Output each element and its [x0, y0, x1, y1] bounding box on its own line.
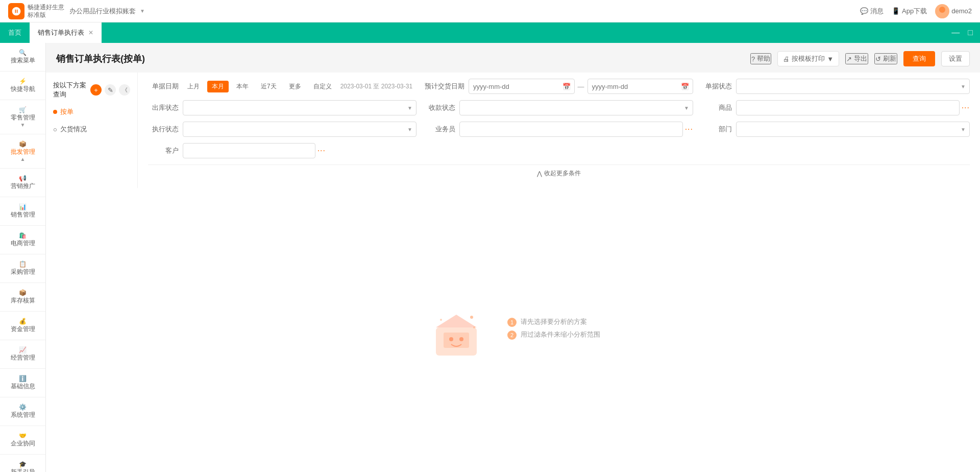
export-button[interactable]: ↗ 导出	[845, 53, 868, 64]
filter-group-exec-status: 执行状态	[148, 122, 416, 137]
sidebar-item-enterprise[interactable]: 🤝 企业协同	[0, 426, 45, 455]
goods-more-icon[interactable]: ···	[962, 103, 970, 112]
newbie-icon: 🎓	[19, 461, 27, 468]
sidebar-item-ecommerce[interactable]: 🛍️ 电商管理	[0, 226, 45, 254]
customer-input[interactable]	[183, 143, 315, 158]
help-button[interactable]: ? 帮助	[750, 53, 771, 64]
tab-maximize-icon[interactable]: □	[965, 26, 976, 39]
sidebar-item-inventory[interactable]: 📦 库存核算	[0, 283, 45, 312]
page-actions: ? 帮助 🖨 按模板打印 ▼ ↗ 导出 ↺ 刷新 查询 设置	[750, 51, 970, 66]
date-range-label: 2023-03-01 至 2023-03-31	[340, 82, 412, 91]
tab-close-icon[interactable]: ✕	[88, 29, 93, 36]
chip-this-month[interactable]: 本月	[207, 81, 229, 92]
sidebar-item-newbie[interactable]: 🎓 新手引导	[0, 455, 45, 472]
refresh-button[interactable]: ↺ 刷新	[874, 53, 897, 64]
sidebar-item-basic[interactable]: ℹ️ 基础信息	[0, 369, 45, 397]
sidebar-item-quick-nav[interactable]: ⚡ 快捷导航	[0, 72, 45, 100]
tab-sales-order[interactable]: 销售订单执行表 ✕	[30, 22, 102, 43]
dept-select[interactable]	[736, 122, 970, 137]
sales-icon: 📊	[19, 203, 27, 210]
date-to-input[interactable]	[587, 79, 694, 94]
chip-7-days[interactable]: 近7天	[256, 81, 281, 92]
chip-more[interactable]: 更多	[284, 81, 306, 92]
filter-layout: 按以下方案查询 + ✎ 《 按单 ○ 欠货情况	[46, 73, 980, 188]
collapse-bar[interactable]: ⋀ 收起更多条件	[148, 164, 970, 182]
refresh-icon: ↺	[875, 55, 881, 63]
filter-scheme-press[interactable]: 按单	[46, 103, 137, 121]
date-from-input[interactable]	[469, 79, 575, 94]
payment-status-select[interactable]	[459, 100, 693, 115]
print-button[interactable]: 🖨 按模板打印 ▼	[777, 51, 839, 66]
svg-point-6	[440, 319, 442, 321]
query-button[interactable]: 查询	[903, 51, 935, 66]
sidebar: 🔍 搜索菜单 ⚡ 快捷导航 🛒 零售管理 ▼ 📦 批发管理 ▲ 📢 营销推广 📊…	[0, 43, 46, 472]
message-button[interactable]: 💬 消息	[860, 7, 884, 16]
breadcrumb[interactable]: 办公用品行业模拟账套 ▼	[69, 7, 145, 16]
customer-more-icon[interactable]: ···	[317, 146, 326, 155]
wholesale-arrow-icon: ▲	[20, 156, 26, 162]
logo-text: 畅捷通好生意 标准版	[28, 4, 64, 18]
sidebar-item-search[interactable]: 🔍 搜索菜单	[0, 43, 45, 72]
exec-status-label: 执行状态	[148, 125, 179, 134]
doc-status-select-wrap	[736, 79, 970, 94]
dept-label: 部门	[701, 125, 732, 134]
svg-point-9	[459, 337, 463, 341]
exec-status-select[interactable]	[183, 122, 416, 137]
collapse-scheme-button[interactable]: 《	[119, 84, 130, 96]
date-chips: 上月 本月 本年 近7天 更多 自定义	[183, 81, 336, 92]
sidebar-item-sales[interactable]: 📊 销售管理	[0, 197, 45, 226]
tab-minimize-icon[interactable]: —	[948, 26, 963, 39]
sidebar-item-purchase[interactable]: 📋 采购管理	[0, 254, 45, 283]
user-menu[interactable]: demo2	[935, 4, 972, 18]
doc-status-select[interactable]	[736, 79, 970, 94]
sidebar-item-operations[interactable]: 📈 经营管理	[0, 340, 45, 369]
sidebar-item-marketing[interactable]: 📢 营销推广	[0, 169, 45, 197]
empty-illustration	[426, 299, 487, 361]
print-icon: 🖨	[783, 55, 790, 63]
filter-left-actions: + ✎ 《	[90, 84, 130, 96]
chip-last-month[interactable]: 上月	[183, 81, 204, 92]
salesperson-more-icon[interactable]: ···	[685, 125, 693, 134]
retail-arrow-icon: ▼	[20, 122, 26, 128]
empty-content: 1 请先选择要分析的方案 2 用过滤条件来缩小分析范围	[426, 299, 600, 361]
empty-hints: 1 请先选择要分析的方案 2 用过滤条件来缩小分析范围	[507, 317, 600, 343]
dept-select-wrap	[736, 122, 970, 137]
search-icon: 🔍	[19, 49, 27, 56]
active-dot	[53, 110, 57, 114]
sidebar-item-system[interactable]: ⚙️ 系统管理	[0, 397, 45, 426]
svg-point-8	[449, 337, 453, 341]
help-icon: ?	[751, 55, 755, 63]
edit-scheme-button[interactable]: ✎	[105, 84, 116, 96]
tab-home[interactable]: 首页	[0, 22, 30, 43]
filter-group-payment-status: 收款状态	[425, 100, 693, 115]
add-scheme-button[interactable]: +	[90, 84, 102, 96]
filter-group-goods: 商品 ···	[701, 100, 970, 115]
chip-custom[interactable]: 自定义	[309, 81, 336, 92]
goods-input[interactable]	[736, 100, 960, 115]
sidebar-item-wholesale[interactable]: 📦 批发管理 ▲	[0, 134, 45, 169]
search-panel: 按以下方案查询 + ✎ 《 按单 ○ 欠货情况	[46, 73, 980, 188]
sidebar-item-retail[interactable]: 🛒 零售管理 ▼	[0, 100, 45, 134]
filter-group-out-status: 出库状态	[148, 100, 416, 115]
filter-row-1: 单据日期 上月 本月 本年 近7天 更多 自定义 2023-03-01 至 20…	[148, 79, 970, 94]
exec-status-select-wrap	[183, 122, 416, 137]
sidebar-item-finance[interactable]: 💰 资金管理	[0, 312, 45, 340]
out-status-select[interactable]	[183, 100, 416, 115]
out-status-label: 出库状态	[148, 103, 179, 112]
filter-row-2: 出库状态 收款状态	[148, 100, 970, 115]
settings-button[interactable]: 设置	[941, 51, 970, 66]
retail-icon: 🛒	[19, 106, 27, 113]
top-bar-left: 畅捷通好生意 标准版 办公用品行业模拟账套 ▼	[8, 3, 145, 19]
filter-group-doc-status: 单据状态	[701, 79, 970, 94]
main-layout: 🔍 搜索菜单 ⚡ 快捷导航 🛒 零售管理 ▼ 📦 批发管理 ▲ 📢 营销推广 📊…	[0, 43, 980, 472]
filter-scheme-owe[interactable]: ○ 欠货情况	[46, 121, 137, 138]
owe-icon: ○	[53, 126, 57, 133]
svg-point-0	[939, 7, 945, 13]
expected-date-label: 预计交货日期	[425, 82, 464, 91]
chip-this-year[interactable]: 本年	[232, 81, 253, 92]
svg-point-5	[470, 316, 473, 319]
wholesale-icon: 📦	[19, 140, 27, 148]
system-icon: ⚙️	[19, 404, 27, 411]
app-download-button[interactable]: 📱 App下载	[892, 7, 927, 16]
salesperson-input[interactable]	[459, 122, 683, 137]
